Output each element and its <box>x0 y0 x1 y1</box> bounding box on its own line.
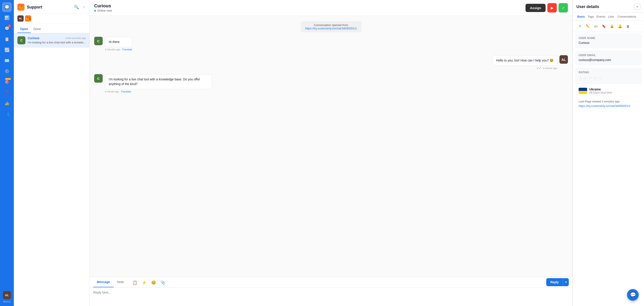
nav-icon-book[interactable]: 📋 <box>2 34 12 44</box>
user-details-panel: User details × Basic Tags Events Lists C… <box>572 0 644 306</box>
external-link-button[interactable]: ↗ <box>576 23 583 30</box>
conv-preview: I'm looking for a live chat tool with a … <box>28 41 86 44</box>
ud-tab-lists[interactable]: Lists <box>607 14 615 19</box>
conversation-list: C Curious a few seconds ago I'm looking … <box>14 33 90 306</box>
delete-button[interactable]: 🗑 <box>624 23 631 30</box>
ud-tab-events[interactable]: Events <box>596 14 606 19</box>
chat-header-info: Curious Online now <box>94 3 523 12</box>
nav-icon-thumbs[interactable]: 👍 <box>2 98 12 108</box>
star-1[interactable]: ☆ <box>578 75 583 81</box>
msg-meta-3: a minute ago Translate <box>105 90 212 93</box>
nav-icon-target[interactable]: 🎯 SOON <box>2 77 12 87</box>
conv-time: a few seconds ago <box>66 37 86 39</box>
nav-icon-filter[interactable]: ⚙️ <box>2 66 12 76</box>
msg-bubble-3: I'm looking for a live chat tool with a … <box>105 74 212 89</box>
msg-content-2: Hello to you, too! How can I help you? 🤩… <box>492 55 557 70</box>
nav-icon-users[interactable]: 👥 <box>2 109 12 119</box>
msg-content-1: Hi there 2 minutes ago Translate <box>105 37 132 51</box>
tag-user-button[interactable]: 🏷 <box>592 23 599 30</box>
canned-responses-button[interactable]: 📋 <box>131 279 138 286</box>
chat-status: Online now <box>94 9 523 12</box>
message-row-3: C I'm looking for a live chat tool with … <box>94 74 568 93</box>
nav-icon-mail[interactable]: ✉️ <box>2 56 12 65</box>
username-section: User name Curious <box>575 33 642 48</box>
reply-tab-message[interactable]: Message <box>93 277 114 287</box>
nav-icon-stats[interactable]: 📊 <box>2 13 12 23</box>
nav-user-label: Marcus <box>3 301 11 303</box>
location-row: Ukraine 08:52pm local time <box>575 85 642 96</box>
msg-avatar-3: C <box>94 74 103 83</box>
reply-send-button[interactable]: Reply ▾ <box>546 278 569 286</box>
translate-link-1[interactable]: Translate <box>122 48 132 51</box>
reply-tabs: Message Note 📋 ⚡ 😊 📎 Reply ▾ <box>90 277 572 288</box>
nav-icon-help[interactable]: ❓ <box>2 88 12 98</box>
ud-tab-basic[interactable]: Basic <box>576 14 586 19</box>
system-link[interactable]: https://try.customerly.io/chat/3d595001/… <box>305 27 357 30</box>
user-details-close-button[interactable]: × <box>634 3 640 10</box>
attachment-button[interactable]: 📎 <box>159 279 167 286</box>
last-page-label: Last Page viewed 2 minutes ago <box>578 100 638 103</box>
useremail-section: User email curious@company.com <box>575 51 642 65</box>
chat-fab-button[interactable]: 💬 <box>627 289 639 301</box>
location-info: Ukraine 08:52pm local time <box>589 88 612 94</box>
star-4[interactable]: ☆ <box>593 75 597 81</box>
msg-bubble-2: Hello to you, too! How can I help you? 🤩 <box>492 55 557 66</box>
reply-toolbar: 📋 ⚡ 😊 📎 <box>129 278 168 286</box>
target-badge: SOON <box>5 78 11 80</box>
translate-link-3[interactable]: Translate <box>121 90 131 93</box>
nav-bar: 💬 📊 💬 1 📋 📈 ✉️ ⚙️ 🎯 SOON ❓ 👍 👥 AL Marcus <box>0 0 14 306</box>
message-row-1: C Hi there 2 minutes ago Translate <box>94 37 568 51</box>
system-message: Conversation opened from https://try.cus… <box>300 21 361 32</box>
nav-icon-chat[interactable]: 💬 <box>2 2 12 12</box>
edit-button[interactable]: ✏️ <box>584 23 591 30</box>
messages-area: Conversation opened from https://try.cus… <box>90 16 572 277</box>
sidebar-sort-button[interactable]: ↑ <box>82 4 86 10</box>
username-value: Curious <box>578 41 638 44</box>
emoji-button[interactable]: 😊 <box>150 279 157 286</box>
msg-bubble-1: Hi there <box>105 37 132 47</box>
rating-section: Rating ☆ ☆ ☆ ☆ ☆ <box>575 68 642 84</box>
star-2[interactable]: ☆ <box>584 75 588 81</box>
ud-tab-tags[interactable]: Tags <box>587 14 595 19</box>
sidebar: 🍊 Support 🔍 ↑ AL 🍊 1 Open Done C Curious… <box>14 0 90 306</box>
msg-avatar-1: C <box>94 37 103 45</box>
sidebar-header: 🍊 Support 🔍 ↑ <box>14 0 90 13</box>
video-button[interactable]: ▶ <box>548 3 557 12</box>
nav-icon-chart[interactable]: 📈 <box>2 45 12 55</box>
reply-area: Message Note 📋 ⚡ 😊 📎 Reply ▾ <box>90 277 572 306</box>
chat-main: Curious Online now Assign ▶ ✓ Conversati… <box>90 0 572 306</box>
location-name: Ukraine <box>589 88 612 91</box>
assign-button[interactable]: Assign <box>526 4 546 12</box>
msg-time-2: a minute ago <box>543 67 557 69</box>
reply-tab-note[interactable]: Note <box>114 277 128 287</box>
brand-icon: 🍊 <box>18 3 24 11</box>
sidebar-search-button[interactable]: 🔍 <box>73 4 80 10</box>
tag-action-button[interactable]: 🔖 <box>600 23 607 30</box>
sidebar-tab-open[interactable]: Open <box>18 25 31 33</box>
conversation-item[interactable]: C Curious a few seconds ago I'm looking … <box>14 33 90 48</box>
nav-icon-inbox[interactable]: 💬 1 <box>2 24 12 33</box>
lightning-icon: ⚡ <box>142 280 146 285</box>
reply-dropdown-arrow[interactable]: ▾ <box>563 278 569 286</box>
sidebar-avatar-al[interactable]: AL <box>18 15 24 22</box>
done-button[interactable]: ✓ <box>558 3 568 12</box>
sidebar-avatar-pic[interactable]: 🍊 1 <box>25 15 31 22</box>
rating-label: Rating <box>578 71 638 74</box>
msg-time-3: a minute ago <box>105 90 119 93</box>
conv-avatar: C <box>18 36 26 44</box>
last-page-link[interactable]: https://try.customerly.io/chat/3d595001/… <box>578 104 630 108</box>
nav-user-avatar[interactable]: AL <box>3 291 11 299</box>
ud-tab-conversations[interactable]: Conversations <box>617 14 637 19</box>
quick-reply-button[interactable]: ⚡ <box>140 279 148 286</box>
chat-header-actions: Assign ▶ ✓ <box>526 3 568 12</box>
lock-button[interactable]: 🔒 <box>608 23 615 30</box>
location-time: 08:52pm local time <box>589 91 612 94</box>
mute-button[interactable]: 🔔 <box>616 23 623 30</box>
star-5[interactable]: ☆ <box>598 75 602 81</box>
conv-name: Curious <box>28 36 40 40</box>
status-dot <box>94 10 96 11</box>
canned-icon: 📋 <box>132 280 137 285</box>
reply-input[interactable] <box>90 288 572 305</box>
sidebar-tab-done[interactable]: Done <box>31 25 44 33</box>
star-3[interactable]: ☆ <box>588 75 592 81</box>
